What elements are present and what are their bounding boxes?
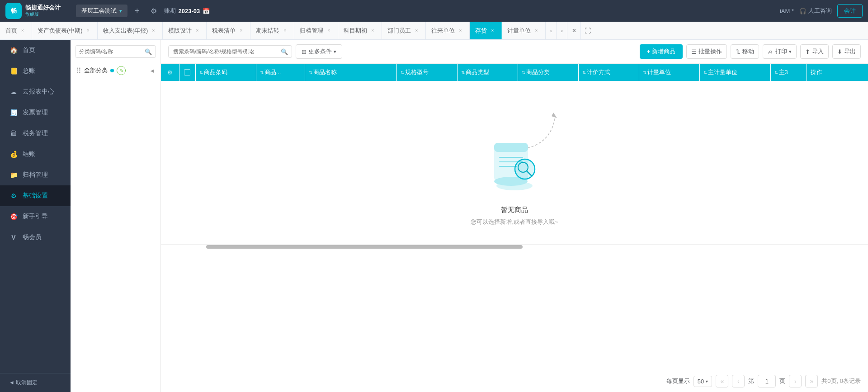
collapse-panel-icon[interactable]: ◄: [149, 67, 155, 74]
tab-close-all[interactable]: ×: [567, 22, 581, 40]
page-next-btn[interactable]: ›: [789, 375, 802, 387]
tab-scroll-left[interactable]: ‹: [546, 22, 557, 40]
close-icon[interactable]: ×: [237, 27, 245, 34]
tab-inventory[interactable]: 存货 ×: [470, 22, 502, 40]
close-icon[interactable]: ×: [413, 27, 420, 34]
close-icon[interactable]: ×: [150, 27, 157, 34]
sidebar-footer[interactable]: ◄ 取消固定: [0, 373, 71, 392]
tab-counterparty[interactable]: 往来单位 ×: [426, 22, 470, 40]
category-search-input[interactable]: [75, 46, 141, 57]
sort-arrows-icon[interactable]: ⇅: [260, 70, 264, 75]
print-chevron-icon: ▾: [789, 49, 792, 55]
export-icon: ⬇: [837, 48, 842, 55]
sort-arrows-icon[interactable]: ⇅: [582, 70, 586, 75]
tab-dept[interactable]: 部门员工 ×: [382, 22, 426, 40]
tab-tax-list[interactable]: 税表清单 ×: [207, 22, 250, 40]
settings-btn[interactable]: ⚙: [147, 5, 160, 17]
sort-arrows-icon[interactable]: ⇅: [774, 70, 778, 75]
dots-icon: ⠿: [76, 66, 81, 75]
table-col-action: 操作: [807, 64, 868, 81]
main-search-input[interactable]: [169, 46, 277, 57]
close-icon[interactable]: ×: [193, 27, 201, 34]
tab-subject-init[interactable]: 科目期初 ×: [338, 22, 382, 40]
ledger-icon: 📒: [9, 67, 18, 75]
more-filter-btn[interactable]: ⊞ 更多条件 ▾: [296, 44, 342, 59]
guide-icon: 🎯: [9, 213, 18, 220]
close-icon[interactable]: ×: [325, 27, 332, 34]
edit-category-icon[interactable]: ✎: [117, 66, 126, 75]
table-col-code: ⇅商品...: [256, 64, 305, 81]
sort-arrows-icon[interactable]: ⇅: [199, 70, 203, 75]
batch-op-btn[interactable]: ☰ 批量操作: [686, 44, 727, 59]
close-icon[interactable]: ×: [369, 27, 376, 34]
company-selector[interactable]: 基层工会测试 ▾: [76, 5, 127, 17]
close-icon[interactable]: ×: [85, 27, 92, 34]
account-btn[interactable]: 会计: [837, 4, 863, 18]
period-value: 2023-03: [179, 8, 200, 14]
sort-arrows-icon[interactable]: ⇅: [643, 70, 646, 75]
category-all-label[interactable]: 全部分类: [84, 66, 108, 75]
tab-unit[interactable]: 计量单位 ×: [502, 22, 546, 40]
header-checkbox[interactable]: [184, 69, 190, 76]
import-btn[interactable]: ⬆ 导入: [800, 44, 829, 59]
close-icon[interactable]: ×: [19, 27, 26, 34]
table-col-checkbox[interactable]: [179, 64, 195, 81]
sidebar-item-settings[interactable]: ⚙ 基础设置: [0, 185, 71, 206]
scroll-thumb[interactable]: [206, 245, 523, 249]
logo-area: 畅 畅捷通好会计 旗舰版: [5, 3, 72, 19]
main-table-area: 🔍 ⊞ 更多条件 ▾ + 新增商品 ☰ 批量操作 ⇅ 移动: [161, 40, 868, 392]
tab-balance[interactable]: 资产负债表(中期) ×: [32, 22, 98, 40]
logo-sub: 旗舰版: [25, 11, 61, 18]
sidebar-item-invoice[interactable]: 🧾 发票管理: [0, 102, 71, 123]
page-first-btn[interactable]: «: [716, 375, 728, 387]
export-btn[interactable]: ⬇ 导出: [832, 44, 861, 59]
tax-icon: 🏛: [9, 130, 18, 137]
close-icon[interactable]: ×: [281, 27, 288, 34]
close-icon[interactable]: ×: [533, 27, 540, 34]
sidebar-item-home[interactable]: 🏠 首页: [0, 40, 71, 61]
sort-arrows-icon[interactable]: ⇅: [461, 70, 465, 75]
tab-period-close[interactable]: 期末结转 ×: [250, 22, 294, 40]
tab-income[interactable]: 收入支出表(年报) ×: [98, 22, 163, 40]
tab-template[interactable]: 模版设计 ×: [163, 22, 207, 40]
sort-arrows-icon[interactable]: ⇅: [401, 70, 404, 75]
category-search-icon[interactable]: 🔍: [141, 48, 156, 55]
category-search-bar: 🔍: [75, 45, 156, 58]
tab-home[interactable]: 首页 ×: [0, 22, 32, 40]
page-size-chevron: ▾: [706, 379, 708, 384]
page-jump-label: 第: [748, 377, 754, 385]
sidebar-item-guide[interactable]: 🎯 新手引导: [0, 206, 71, 227]
sidebar-item-tax[interactable]: 🏛 税务管理: [0, 123, 71, 144]
settings-icon: ⚙: [9, 192, 18, 199]
sidebar-item-settle[interactable]: 💰 结账: [0, 144, 71, 165]
tab-archive[interactable]: 归档管理 ×: [294, 22, 338, 40]
customer-service-btn[interactable]: 🎧 人工咨询: [799, 7, 832, 15]
sort-arrows-icon[interactable]: ⇅: [703, 70, 707, 75]
main-search-icon[interactable]: 🔍: [277, 48, 292, 55]
close-icon[interactable]: ×: [489, 27, 496, 34]
move-btn[interactable]: ⇅ 移动: [731, 44, 759, 59]
sidebar-item-reports[interactable]: ☁ 云报表中心: [0, 81, 71, 102]
content-with-panels: 🔍 ⠿ 全部分类 ✎ ◄ 🔍: [71, 40, 868, 392]
calendar-icon[interactable]: 📅: [203, 8, 210, 14]
page-size-select[interactable]: 50 ▾: [693, 376, 712, 387]
sidebar-item-ledger[interactable]: 📒 总账: [0, 61, 71, 81]
add-product-btn[interactable]: + 新增商品: [640, 44, 683, 59]
table-col-name: ⇅商品名称: [305, 64, 397, 81]
table-col-settings[interactable]: ⚙: [161, 64, 179, 81]
add-tab-btn[interactable]: +: [131, 5, 143, 18]
page-last-btn[interactable]: »: [805, 375, 818, 387]
page-number-input[interactable]: [758, 375, 776, 387]
sort-arrows-icon[interactable]: ⇅: [309, 70, 312, 75]
sort-arrows-icon[interactable]: ⇅: [522, 70, 525, 75]
close-icon[interactable]: ×: [457, 27, 464, 34]
sidebar-item-archive[interactable]: 📁 归档管理: [0, 165, 71, 185]
sidebar-item-member[interactable]: V 畅会员: [0, 227, 71, 248]
filter-chevron-icon: ▾: [334, 49, 336, 55]
tab-restore[interactable]: ⛶: [581, 22, 594, 40]
page-prev-btn[interactable]: ‹: [732, 375, 745, 387]
tab-scroll-right[interactable]: ›: [557, 22, 567, 40]
home-icon: 🏠: [9, 47, 18, 54]
logo-icon: 畅: [5, 3, 22, 19]
print-btn[interactable]: 🖨 打印 ▾: [763, 44, 797, 59]
